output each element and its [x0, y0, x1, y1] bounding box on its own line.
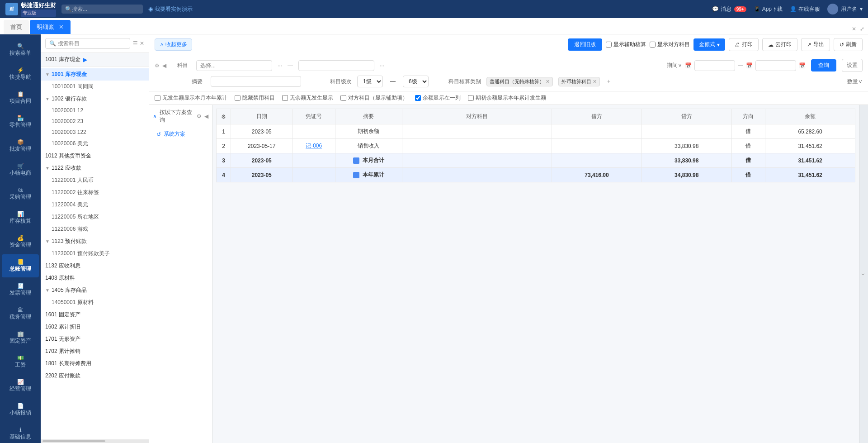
cell-voucher-2[interactable]: 记-006	[292, 139, 335, 153]
top-search-input[interactable]	[72, 6, 135, 12]
app-download-btn[interactable]: 📱 App下载	[754, 5, 783, 13]
cb-no-zero-input[interactable]	[282, 95, 288, 101]
tab-ledger[interactable]: 明细账 ✕	[30, 20, 71, 34]
tree-item-1123[interactable]: ▼ 1123 预付账款	[41, 235, 149, 248]
cb-period-amount-input[interactable]	[468, 95, 474, 101]
current-account-arrow[interactable]: ▶	[83, 57, 87, 63]
tree-item-10010001[interactable]: 10010001 同同同	[41, 81, 149, 93]
tree-item-11220006[interactable]: 11220006 游戏	[41, 223, 149, 235]
tree-item-11220004[interactable]: 11220004 美元	[41, 199, 149, 211]
sidebar-item-tax[interactable]: 🏛 税务管理	[2, 302, 39, 325]
cb-period-amount[interactable]: 期初余额显示本年累计发生额	[468, 94, 546, 102]
message-btn[interactable]: 💬 消息 99+	[712, 5, 746, 13]
export-btn[interactable]: ↗ 导出	[801, 38, 830, 51]
cb-no-zero[interactable]: 无余额无发生显示	[282, 94, 333, 102]
tree-item-11220002[interactable]: 11220002 往来标签	[41, 186, 149, 199]
period-start-input[interactable]: 2023-05	[694, 60, 735, 71]
cb-no-balance[interactable]: 无发生额显示本月本年累计	[155, 94, 227, 102]
sidebar-item-project-contract[interactable]: 📋 项目合同	[2, 86, 39, 110]
cloud-print-btn[interactable]: ☁ 云打印	[762, 38, 797, 51]
query-button[interactable]: 查询	[811, 59, 836, 71]
sidebar-item-retail[interactable]: 🏪 零售管理	[2, 110, 39, 133]
cb-show-balance-col-input[interactable]	[415, 95, 421, 101]
tree-item-1001[interactable]: ▼ 1001 库存现金	[41, 68, 149, 81]
amount-style-btn[interactable]: 金额式 ▾	[693, 38, 725, 51]
close-window-icon[interactable]: ✕	[852, 26, 856, 32]
tree-search-input[interactable]	[58, 40, 126, 47]
cb-hide-disabled[interactable]: 隐藏禁用科目	[235, 94, 275, 102]
summary-input[interactable]	[211, 76, 301, 87]
subject-input-2[interactable]	[298, 60, 374, 71]
cb-show-opposite[interactable]: 对方科目（显示辅助项）	[340, 94, 408, 102]
tree-item-1702[interactable]: 1702 累计摊销	[41, 345, 149, 357]
online-service-btn[interactable]: 👤 在线客服	[790, 5, 820, 13]
cb-show-opposite-input[interactable]	[340, 95, 346, 101]
close-tab-icon[interactable]: ✕	[59, 24, 64, 30]
tab-home[interactable]: 首页	[4, 20, 29, 34]
tag-close-icon-2[interactable]: ✕	[593, 79, 597, 85]
tree-item-11220005[interactable]: 11220005 所在地区	[41, 211, 149, 223]
sidebar-item-basic-info[interactable]: ℹ 基础信息	[2, 422, 39, 443]
tree-item-10020002[interactable]: 10020002 23	[41, 116, 149, 127]
tree-item-1602[interactable]: 1602 累计折旧	[41, 321, 149, 333]
top-search-bar[interactable]: 🔍	[61, 5, 143, 14]
subject-input[interactable]	[196, 60, 272, 71]
right-collapse-panel[interactable]: ›	[859, 105, 868, 443]
show-aux-check-label[interactable]: 显示辅助核算	[606, 41, 646, 48]
sidebar-item-sales-report[interactable]: 📄 小畅报销	[2, 398, 39, 421]
level-start-select[interactable]: 1级2级3级4级5级6级	[357, 76, 383, 87]
period-end-input[interactable]: 2023-05	[755, 60, 796, 71]
settings-button[interactable]: 设置	[842, 59, 863, 72]
refresh-btn[interactable]: ↺ 刷新	[834, 38, 863, 51]
tree-item-11220001[interactable]: 11220001 人民币	[41, 174, 149, 186]
tree-horizontal-scrollbar[interactable]	[41, 439, 149, 443]
collapse-arrow-icon[interactable]: ◀	[162, 62, 166, 69]
maximize-window-icon[interactable]: ⤢	[860, 26, 864, 32]
demo-link[interactable]: ◉ 我要看实例演示	[148, 5, 193, 13]
print-btn[interactable]: 🖨 打印	[729, 38, 759, 51]
quantity-label[interactable]: 数量∨	[847, 78, 863, 86]
sidebar-item-finance[interactable]: 💰 资金管理	[2, 230, 39, 253]
tree-item-1002[interactable]: ▼ 1002 银行存款	[41, 93, 149, 105]
tree-item-10020003[interactable]: 10020003 122	[41, 127, 149, 138]
sidebar-item-quick-nav[interactable]: ⚡ 快捷导航	[2, 62, 39, 86]
sidebar-item-search-menu[interactable]: 🔍 搜索菜单	[2, 38, 39, 62]
period-label[interactable]: 期间∨	[667, 62, 682, 69]
sidebar-item-payroll[interactable]: 💵 工资	[2, 350, 39, 373]
sidebar-item-inventory[interactable]: 📊 库存核算	[2, 206, 39, 229]
tree-item-1801[interactable]: 1801 长期待摊费用	[41, 357, 149, 370]
sidebar-item-fixed-assets[interactable]: 🏢 固定资产	[2, 326, 39, 349]
show-aux-checkbox[interactable]	[606, 42, 612, 48]
sidebar-item-ecommerce[interactable]: 🛒 小畅电商	[2, 158, 39, 181]
query-settings-icon[interactable]: ⚙	[197, 113, 202, 119]
show-opposite-checkbox[interactable]	[650, 42, 656, 48]
tree-item-1132[interactable]: 1132 应收利息	[41, 260, 149, 272]
tree-item-10020006[interactable]: 10020006 美元	[41, 138, 149, 150]
tree-item-1012[interactable]: 1012 其他货币资金	[41, 150, 149, 162]
cb-show-balance-col[interactable]: 余额显示在一列	[415, 94, 461, 102]
sidebar-item-business[interactable]: 📈 经营管理	[2, 374, 39, 397]
tree-item-2202[interactable]: 2202 应付账款	[41, 370, 149, 382]
sidebar-item-purchase[interactable]: 🛍 采购管理	[2, 182, 39, 205]
tag-close-icon[interactable]: ✕	[546, 79, 550, 85]
sidebar-item-general-ledger[interactable]: 📒 总账管理	[2, 254, 39, 277]
tree-item-1405[interactable]: ▼ 1405 库存商品	[41, 284, 149, 296]
tree-search-box[interactable]: 🔍	[45, 38, 130, 49]
return-old-btn[interactable]: 退回旧版	[568, 38, 602, 51]
tree-item-14050001[interactable]: 14050001 原材料	[41, 296, 149, 309]
cb-no-balance-input[interactable]	[155, 95, 160, 101]
tree-item-10020001[interactable]: 10020001 12	[41, 105, 149, 116]
level-end-select[interactable]: 6级1级2级3级4级5级	[403, 76, 429, 87]
expand-query-icon[interactable]: ∧	[153, 113, 157, 119]
tree-collapse-icon[interactable]: ✕	[140, 40, 144, 47]
tree-item-1601[interactable]: 1601 固定资产	[41, 309, 149, 321]
scheme-item-system[interactable]: ↺ 系统方案	[153, 128, 208, 141]
tree-item-1403[interactable]: 1403 原材料	[41, 272, 149, 284]
col-settings[interactable]: ⚙	[217, 109, 231, 124]
tree-item-1122[interactable]: ▼ 1122 应收款	[41, 162, 149, 174]
cb-hide-disabled-input[interactable]	[235, 95, 241, 101]
tree-list-icon[interactable]: ☰	[133, 40, 138, 47]
sidebar-item-wholesale[interactable]: 📦 批发管理	[2, 134, 39, 157]
expand-more-btn[interactable]: ∧ 收起更多	[155, 38, 192, 51]
sidebar-item-invoice[interactable]: 🧾 发票管理	[2, 278, 39, 301]
